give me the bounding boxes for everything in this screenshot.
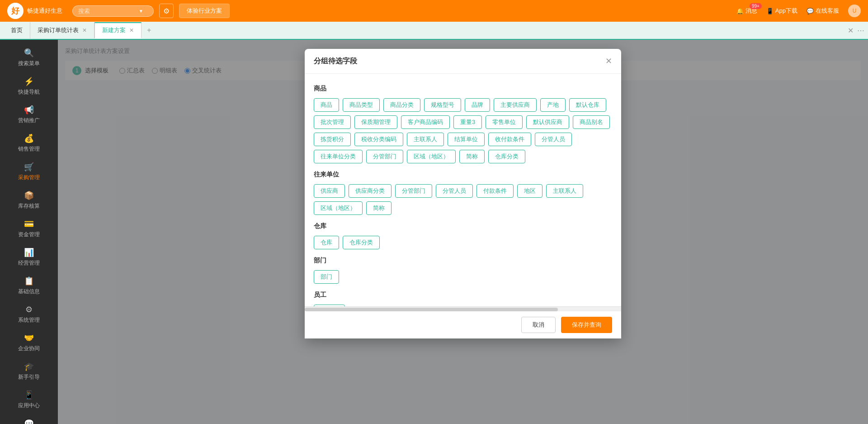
app-download-item[interactable]: 📱 App下载 [766,7,797,15]
operation-icon: 📊 [24,248,34,257]
field-tag[interactable]: 规格型号 [424,98,461,112]
field-tag[interactable]: 地区 [517,184,542,198]
field-tag[interactable]: 品牌 [465,98,490,112]
sidebar-item-purchase[interactable]: 🛒 采购管理 [0,157,58,186]
field-tag[interactable]: 商品类型 [343,98,380,112]
field-tag[interactable]: 批次管理 [314,115,351,129]
field-tag[interactable]: 分管人员 [535,133,572,146]
field-grid-counterparty: 供应商 供应商分类 分管部门 分管人员 付款条件 地区 主联系人 区域（地区） … [314,184,612,215]
section-title-counterparty: 往来单位 [314,171,612,179]
sidebar-item-collab[interactable]: 🤝 企业协同 [0,329,58,357]
modal-header: 分组待选字段 ✕ [305,49,621,74]
field-tag[interactable]: 简称 [366,201,392,215]
finance-icon: 💳 [24,219,34,229]
logo-area: 好 畅捷通好生意 [7,3,65,19]
tab-close-icon[interactable]: ✕ [82,27,87,33]
section-title-employee: 员工 [314,291,612,299]
sidebar-item-guide[interactable]: 🎓 新手引导 [0,357,58,386]
field-tag[interactable]: 主联系人 [546,184,583,198]
tab-more-icon[interactable]: ⋯ [857,26,864,35]
field-tag[interactable]: 分管部门 [366,150,403,163]
sidebar-item-wechat[interactable]: 💬 企业微信 [0,414,58,424]
notification-icon: 🔔 [736,8,744,14]
sales-icon: 💰 [24,133,34,143]
trial-button[interactable]: 体验行业方案 [179,4,230,18]
field-tag[interactable]: 保质期管理 [354,115,397,129]
modal-close-button[interactable]: ✕ [605,56,612,66]
field-tag[interactable]: 商品分类 [383,98,420,112]
sidebar-item-sales[interactable]: 💰 销售管理 [0,129,58,157]
field-grid-dept: 部门 [314,270,612,284]
settings-button[interactable]: ⚙ [159,4,174,18]
confirm-button[interactable]: 保存并查询 [561,317,612,333]
sidebar-item-system[interactable]: ⚙ 系统管理 [0,300,58,329]
modal-footer: 取消 保存并查询 [305,311,621,338]
field-tag[interactable]: 结算单位 [448,133,485,146]
field-tag[interactable]: 供应商 [314,184,345,198]
header-right: 🔔 消息 99+ 📱 App下载 💬 在线客服 U [736,5,861,17]
tab-home[interactable]: 首页 [4,22,30,38]
modal-horizontal-scrollbar[interactable] [305,306,621,311]
field-tag[interactable]: 往来单位分类 [314,150,363,163]
basic-info-icon: 📋 [24,276,34,286]
field-tag[interactable]: 部门 [314,270,339,284]
field-tag[interactable]: 分管部门 [395,184,432,198]
field-tag[interactable]: 主联系人 [407,133,444,146]
sidebar-item-inventory[interactable]: 📦 库存核算 [0,186,58,214]
field-tag[interactable]: 分管人员 [436,184,473,198]
field-tag[interactable]: 默认仓库 [569,98,606,112]
search-input[interactable] [78,8,137,14]
notification-item[interactable]: 🔔 消息 99+ [736,7,757,15]
sidebar-item-quick-nav[interactable]: ⚡ 快捷导航 [0,72,58,100]
app-center-icon: 📱 [24,390,34,400]
sidebar: 🔍 搜索菜单 ⚡ 快捷导航 📢 营销推广 💰 销售管理 🛒 采购管理 📦 库存核… [0,40,58,424]
field-grid-goods: 商品 商品类型 商品分类 规格型号 品牌 主要供应商 产地 默认仓库 批次管理 … [314,98,612,163]
field-tag[interactable]: 商品别名 [573,115,610,129]
sidebar-item-search[interactable]: 🔍 搜索菜单 [0,43,58,72]
field-tag[interactable]: 税收分类编码 [354,133,403,146]
section-title-dept: 部门 [314,257,612,265]
online-service-item[interactable]: 💬 在线客服 [807,7,839,15]
field-tag[interactable]: 零售单位 [486,115,523,129]
field-tag[interactable]: 供应商分类 [349,184,392,198]
app-download-icon: 📱 [766,8,774,14]
field-tag[interactable]: 产地 [540,98,566,112]
sidebar-item-app-center[interactable]: 📱 应用中心 [0,386,58,414]
logo-icon: 好 [7,3,24,19]
sidebar-item-marketing[interactable]: 📢 营销推广 [0,100,58,129]
field-tag[interactable]: 简称 [459,150,485,163]
tab-new-plan[interactable]: 新建方案 ✕ [94,22,142,38]
tab-purchase-stats[interactable]: 采购订单统计表 ✕ [30,22,94,38]
modal-body[interactable]: 商品 商品 商品类型 商品分类 规格型号 品牌 主要供应商 产地 默认仓库 批次… [305,74,621,306]
sidebar-item-operation[interactable]: 📊 经营管理 [0,243,58,272]
tab-add-button[interactable]: + [142,26,156,34]
modal-overlay: 分组待选字段 ✕ 商品 商品 商品类型 商品分类 规格型号 品牌 主要供应商 产… [58,40,868,424]
modal-group-fields: 分组待选字段 ✕ 商品 商品 商品类型 商品分类 规格型号 品牌 主要供应商 产… [305,49,621,338]
scrollbar-thumb [305,308,558,311]
cancel-button[interactable]: 取消 [521,317,556,333]
field-tag[interactable]: 仓库 [314,236,339,249]
sidebar-item-basic-info[interactable]: 📋 基础信息 [0,272,58,300]
field-tag[interactable]: 商品 [314,98,339,112]
field-tag[interactable]: 区域（地区） [407,150,456,163]
quick-nav-icon: ⚡ [24,76,34,86]
field-tag[interactable]: 收付款条件 [488,133,531,146]
search-icon: 🔍 [24,48,34,58]
field-tag[interactable]: 客户商品编码 [401,115,450,129]
field-tag[interactable]: 主要供应商 [494,98,537,112]
tab-prev-icon[interactable]: ✕ [848,26,854,35]
field-tag[interactable]: 仓库分类 [488,150,525,163]
field-tag[interactable]: 仓库分类 [343,236,380,249]
field-tag[interactable]: 默认供应商 [526,115,569,129]
field-tag[interactable]: 区域（地区） [314,201,363,215]
search-bar[interactable]: ▼ [72,5,154,17]
sidebar-item-finance[interactable]: 💳 资金管理 [0,214,58,243]
logo-text: 畅捷通好生意 [27,7,62,14]
purchase-icon: 🛒 [24,162,34,172]
field-tag[interactable]: 拣货积分 [314,133,351,146]
field-tag[interactable]: 重量3 [453,115,482,129]
avatar[interactable]: U [848,5,861,17]
modal-title: 分组待选字段 [314,57,357,66]
tab-close-active-icon[interactable]: ✕ [129,27,134,33]
field-tag[interactable]: 付款条件 [476,184,514,198]
